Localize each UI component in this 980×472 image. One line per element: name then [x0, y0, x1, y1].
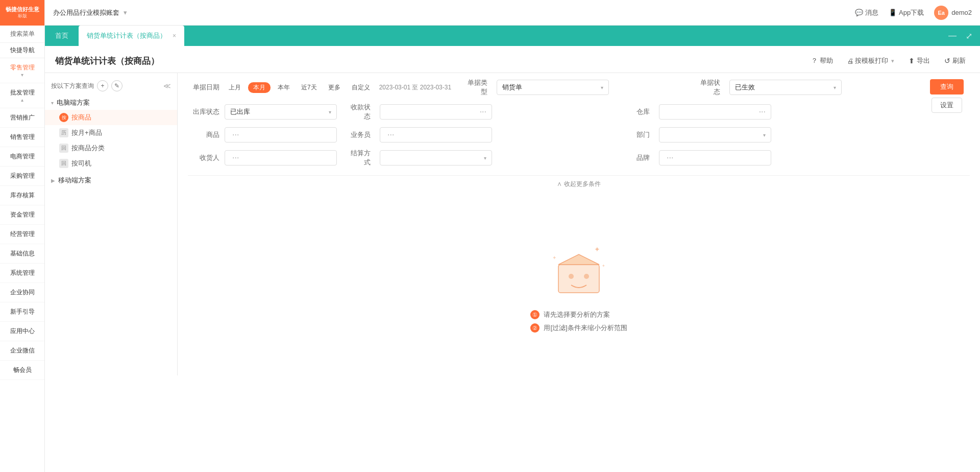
tab-active[interactable]: 销货单统计计表（按商品） ×: [79, 26, 184, 46]
date-btn-last-month[interactable]: 上月: [225, 82, 245, 93]
date-btn-custom[interactable]: 自定义: [348, 82, 374, 93]
sidebar-item-guide[interactable]: 新手引导: [0, 302, 44, 322]
tab-maximize-btn[interactable]: ⤢: [962, 29, 976, 43]
filter-row-3: 商品 ··· 业务员 ···: [188, 127, 924, 143]
step-num-2: ②: [530, 323, 540, 333]
out-status-select[interactable]: 已出库 ▾: [225, 104, 337, 120]
sidebar-item-apps[interactable]: 应用中心: [0, 322, 44, 341]
step-num-1: ①: [530, 310, 540, 319]
doc-type-caret: ▾: [601, 85, 603, 90]
pay-status-select[interactable]: ···: [380, 104, 492, 120]
sidebar-logo[interactable]: 畅捷信好生意 标版: [0, 0, 44, 26]
sidebar-item-system[interactable]: 系统管理: [0, 264, 44, 283]
tab-active-label: 销货单统计计表（按商品）: [87, 31, 166, 40]
sidebar-item-purchase[interactable]: 采购管理: [0, 167, 44, 186]
empty-steps: ① 请先选择要分析的方案 ② 用[过滤]条件来缩小分析范围: [530, 308, 627, 335]
sidebar-item-label-finance: 资金管理: [10, 210, 35, 219]
add-scheme-btn[interactable]: +: [97, 80, 108, 91]
warehouse-dots[interactable]: ···: [759, 107, 766, 116]
brand-group: 品牌 ···: [636, 150, 924, 166]
sidebar-item-label-apps: 应用中心: [10, 327, 35, 336]
payment-group: 结算方式 ▾: [345, 149, 632, 167]
scheme-group-mobile-header[interactable]: ▶ 移动端方案: [45, 173, 177, 187]
industry-label: 办公用品行业模拟账套: [53, 8, 119, 17]
query-button[interactable]: 查询: [930, 79, 964, 95]
receiver-input[interactable]: ···: [225, 150, 337, 166]
sidebar-item-basic[interactable]: 基础信息: [0, 244, 44, 264]
payment-select[interactable]: ▾: [380, 150, 492, 166]
edit-scheme-btn[interactable]: ✎: [111, 80, 122, 91]
print-dropdown-arrow[interactable]: ▾: [891, 58, 894, 64]
scheme-item-by-month-product[interactable]: 历 按月+商品: [45, 125, 177, 140]
empty-step-1: ① 请先选择要分析的方案: [530, 308, 627, 321]
sidebar-item-wechat[interactable]: 企业微信: [0, 341, 44, 361]
tab-home-label: 首页: [55, 31, 68, 40]
product-input[interactable]: ···: [225, 127, 337, 143]
date-btn-more[interactable]: 更多: [324, 82, 345, 93]
scheme-item-by-dept[interactable]: 回 按司机: [45, 156, 177, 171]
filter-row-1: 单据日期 上月 本月 本年 近7天 更多 自定义 2023-03-01 至 20…: [188, 78, 924, 173]
sidebar-item-sales[interactable]: 销售管理: [0, 128, 44, 147]
warehouse-select[interactable]: ···: [659, 104, 771, 120]
sidebar-item-retail[interactable]: 零售管理 ▾: [0, 58, 44, 83]
sidebar-item-marketing[interactable]: 营销推广: [0, 108, 44, 128]
add-icon: +: [101, 82, 104, 89]
empty-step-2: ② 用[过滤]条件来缩小分析范围: [530, 321, 627, 335]
tab-minimize-btn[interactable]: —: [945, 29, 960, 43]
filter-panel-wrapper: 单据日期 上月 本月 本年 近7天 更多 自定义 2023-03-01 至 20…: [178, 73, 980, 375]
svg-point-2: [569, 274, 574, 279]
sidebar-nav-quick[interactable]: 快捷导航: [0, 43, 44, 58]
salesman-input[interactable]: ···: [380, 127, 492, 143]
tab-home[interactable]: 首页: [45, 26, 79, 46]
message-btn[interactable]: 💬 消息: [855, 8, 878, 17]
scheme-item-by-product[interactable]: 按 按商品: [45, 110, 177, 125]
sidebar-item-ecom[interactable]: 电商管理: [0, 147, 44, 167]
export-btn[interactable]: ⬆ 导出: [904, 54, 934, 67]
sidebar-item-ops[interactable]: 经营管理: [0, 225, 44, 244]
collapse-label: ∧ 收起更多条件: [557, 180, 600, 188]
date-btn-this-month[interactable]: 本月: [248, 82, 271, 93]
collapse-panel-btn[interactable]: ≪: [163, 82, 171, 90]
scheme-item-by-dept-label: 按司机: [71, 159, 91, 168]
scheme-item-by-category[interactable]: 回 按商品分类: [45, 140, 177, 156]
sidebar-item-label-corp: 企业协同: [10, 288, 35, 297]
user-area[interactable]: Ea demo2: [934, 6, 972, 20]
help-btn[interactable]: ？ 帮助: [807, 54, 837, 67]
sidebar-item-wholesale[interactable]: 批发管理 ▴: [0, 83, 44, 108]
tab-close-icon[interactable]: ×: [173, 32, 176, 39]
filter-area: 按以下方案查询 + ✎ ≪ ▾ 电脑端方案: [45, 73, 980, 375]
sidebar-item-finance[interactable]: 资金管理: [0, 205, 44, 225]
print-btn[interactable]: 🖨 按模板打印 ▾: [843, 54, 898, 67]
doc-type-select[interactable]: 销货单 ▾: [497, 80, 609, 95]
settings-button[interactable]: 设置: [932, 98, 962, 113]
app-download-btn[interactable]: 📱 App下载: [889, 8, 924, 17]
dropdown-arrow-industry[interactable]: ▾: [124, 9, 127, 16]
date-btn-7days[interactable]: 近7天: [297, 82, 321, 93]
filter-row-date: 单据日期 上月 本月 本年 近7天 更多 自定义 2023-03-01 至 20…: [188, 78, 924, 97]
pay-status-dots[interactable]: ···: [480, 107, 486, 116]
product-dots[interactable]: ···: [232, 130, 239, 139]
salesman-dots[interactable]: ···: [387, 130, 394, 139]
scheme-group-pc-header[interactable]: ▾ 电脑端方案: [45, 96, 177, 110]
brand-dots[interactable]: ···: [667, 153, 673, 162]
sidebar-item-member[interactable]: 畅会员: [0, 361, 44, 380]
dept-select[interactable]: ▾: [659, 127, 771, 143]
sidebar-search[interactable]: 搜索菜单: [0, 26, 44, 43]
empty-step-1-text: 请先选择要分析的方案: [544, 308, 610, 321]
pay-status-group: 收款状态 ···: [345, 103, 632, 121]
refresh-label: 刷新: [952, 56, 966, 65]
export-icon: ⬆: [909, 57, 915, 65]
scheme-icon-category: 回: [59, 144, 68, 153]
page-header: 销货单统计计表（按商品） ？ 帮助 🖨 按模板打印 ▾ ⬆ 导出: [45, 46, 980, 73]
brand-input[interactable]: ···: [659, 150, 771, 166]
refresh-btn[interactable]: ↺ 刷新: [940, 54, 970, 67]
sidebar-item-corp[interactable]: 企业协同: [0, 283, 44, 302]
out-status-label: 出库状态: [188, 107, 225, 116]
receiver-dots[interactable]: ···: [232, 153, 239, 162]
sidebar-item-inventory[interactable]: 库存核算: [0, 186, 44, 205]
date-btn-this-year[interactable]: 本年: [274, 82, 294, 93]
filter-row-4: 收货人 ··· 结算方式: [188, 149, 924, 167]
triangle-mobile-icon: ▶: [51, 178, 55, 183]
collapse-conditions-bar[interactable]: ∧ 收起更多条件: [188, 175, 970, 191]
doc-status-select[interactable]: 已生效 ▾: [729, 80, 842, 95]
